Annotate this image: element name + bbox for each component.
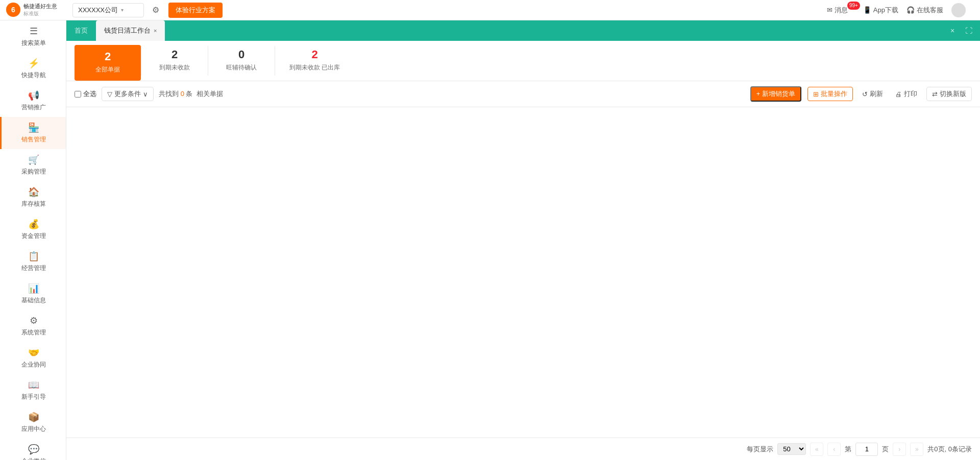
refresh-button[interactable]: ↺ 刷新 [859, 87, 886, 101]
sidebar-item-quick-nav[interactable]: ⚡ 快捷导航 [0, 53, 66, 85]
page-size-label: 每页显示 [747, 445, 773, 454]
tab-close-icon[interactable]: × [154, 28, 157, 34]
select-all-label: 全选 [83, 89, 96, 99]
sidebar-item-purchase[interactable]: 🛒 采购管理 [0, 149, 66, 181]
search-menu-icon: ☰ [30, 26, 38, 37]
page-prev-button[interactable]: ‹ [827, 443, 841, 456]
sales-icon: 🏪 [28, 122, 39, 133]
refresh-icon: ↺ [862, 90, 868, 98]
next-page-icon: › [898, 446, 900, 453]
filter-chevron-icon: ∨ [143, 90, 148, 98]
stats-row: 2 全部单据 2 到期未收款 0 旺辅待确认 2 到期未收款 已出库 [66, 41, 980, 81]
finance-icon: 💰 [28, 219, 39, 230]
stat-label-wangwang: 旺辅待确认 [226, 63, 257, 72]
trial-button[interactable]: 体验行业方案 [168, 3, 223, 18]
enterprise-wechat-icon: 💬 [28, 444, 39, 455]
sidebar-item-enterprise-wechat[interactable]: 💬 企业微信 [0, 439, 66, 460]
app-center-icon: 📦 [28, 411, 39, 423]
message-label: 消息 [835, 6, 848, 15]
total-info: 共找到 0 条 相关单据 [159, 89, 223, 99]
sidebar-label-sales: 销售管理 [21, 135, 46, 144]
filter-button[interactable]: ▽ 更多条件 ∨ [102, 87, 154, 101]
service-icon: 🎧 [906, 6, 915, 14]
online-service-label: 在线客服 [917, 6, 943, 15]
total-count: 0 [181, 90, 184, 98]
tab-home-label: 首页 [75, 26, 88, 35]
logo-area: 6 畅捷通好生意 标准版 [6, 3, 72, 17]
sidebar-item-search-menu[interactable]: ☰ 搜索菜单 [0, 20, 66, 53]
tab-close-window-button[interactable]: × [946, 25, 959, 37]
sidebar-item-newbie[interactable]: 📖 新手引导 [0, 374, 66, 406]
sidebar-item-system[interactable]: ⚙ 系统管理 [0, 310, 66, 342]
sidebar-item-app-center[interactable]: 📦 应用中心 [0, 406, 66, 439]
toolbar-right: + 新增销货单 ⊞ 批量操作 ↺ 刷新 🖨 打印 ⇄ [750, 86, 972, 102]
toolbar-left: 全选 ▽ 更多条件 ∨ 共找到 0 条 相关单据 [75, 87, 744, 101]
tab-home[interactable]: 首页 [66, 20, 96, 41]
first-page-icon: « [815, 446, 819, 453]
page-first-button[interactable]: « [810, 443, 823, 456]
stat-number-overdue: 2 [172, 48, 178, 61]
stat-label-overdue: 到期未收款 [159, 63, 190, 72]
print-label: 打印 [904, 89, 917, 99]
settings-button[interactable]: ⚙ [148, 3, 163, 18]
select-all-input[interactable] [75, 91, 81, 98]
last-page-icon: » [915, 446, 919, 453]
sidebar-label-quick-nav: 快捷导航 [21, 71, 46, 80]
header-right: ✉ 消息 99+ 📱 App下载 🎧 在线客服 [827, 3, 974, 17]
filter-icon: ▽ [107, 90, 112, 98]
tabs-actions: × ⛶ [946, 25, 980, 37]
sidebar-item-sales[interactable]: 🏪 销售管理 [0, 117, 66, 149]
sidebar-item-finance[interactable]: 💰 资金管理 [0, 213, 66, 246]
sidebar-item-marketing[interactable]: 📢 营销推广 [0, 85, 66, 117]
sidebar-label-purchase: 采购管理 [21, 167, 46, 176]
avatar[interactable] [951, 3, 966, 17]
page-next-button[interactable]: › [893, 443, 906, 456]
message-button[interactable]: ✉ 消息 99+ [827, 6, 855, 15]
message-badge: 99+ [847, 2, 860, 10]
sidebar-label-enterprise: 企业协同 [21, 360, 46, 369]
switch-version-button[interactable]: ⇄ 切换新版 [926, 87, 972, 101]
new-sale-button[interactable]: + 新增销货单 [750, 86, 801, 102]
print-button[interactable]: 🖨 打印 [892, 87, 920, 101]
newbie-icon: 📖 [28, 379, 39, 391]
batch-icon: ⊞ [813, 90, 819, 98]
close-icon: × [950, 27, 954, 35]
tab-workbench-label: 钱货日清工作台 [104, 26, 151, 35]
sidebar-item-operations[interactable]: 📋 经营管理 [0, 246, 66, 278]
company-name: XXXXXX公司 [78, 6, 118, 15]
toolbar: 全选 ▽ 更多条件 ∨ 共找到 0 条 相关单据 + 新增销货单 [66, 81, 980, 107]
sidebar-item-basic-info[interactable]: 📊 基础信息 [0, 278, 66, 310]
page-size-select[interactable]: 50 10 20 100 [777, 443, 806, 455]
logo-sub: 标准版 [23, 10, 57, 17]
sidebar-label-enterprise-wechat: 企业微信 [21, 457, 46, 460]
select-all-checkbox[interactable]: 全选 [75, 89, 96, 99]
sidebar-item-inventory[interactable]: 🏠 库存核算 [0, 181, 66, 213]
page-number-input[interactable] [855, 443, 878, 456]
batch-button[interactable]: ⊞ 批量操作 [807, 87, 853, 101]
refresh-label: 刷新 [870, 89, 883, 99]
switch-icon: ⇄ [932, 90, 938, 98]
stat-card-wangwang[interactable]: 0 旺辅待确认 [208, 41, 275, 81]
pagination-bar: 每页显示 50 10 20 100 « ‹ 第 页 › [66, 438, 980, 460]
sidebar-item-enterprise[interactable]: 🤝 企业协同 [0, 342, 66, 374]
page-text: 第 [845, 445, 851, 454]
stat-card-overdue[interactable]: 2 到期未收款 [141, 41, 208, 81]
content-area: 首页 钱货日清工作台 × × ⛶ 2 全部单据 [66, 20, 980, 460]
tab-workbench[interactable]: 钱货日清工作台 × [96, 20, 165, 41]
online-service-button[interactable]: 🎧 在线客服 [906, 6, 943, 15]
stat-number-not-shipped: 2 [312, 48, 318, 61]
stat-label-not-shipped: 到期未收款 已出库 [289, 63, 340, 72]
sidebar-label-marketing: 营销推广 [21, 103, 46, 112]
stat-card-not-shipped[interactable]: 2 到期未收款 已出库 [275, 41, 354, 81]
top-header: 6 畅捷通好生意 标准版 XXXXXX公司 ▾ ⚙ 体验行业方案 ✉ 消息 99… [0, 0, 980, 20]
page-last-button[interactable]: » [910, 443, 923, 456]
app-download-button[interactable]: 📱 App下载 [863, 6, 898, 15]
page-text-2: 页 [882, 445, 889, 454]
inventory-icon: 🏠 [28, 186, 39, 198]
stat-label-all: 全部单据 [95, 65, 120, 74]
prev-page-icon: ‹ [833, 446, 835, 453]
company-selector[interactable]: XXXXXX公司 ▾ [72, 3, 144, 17]
tab-maximize-button[interactable]: ⛶ [963, 25, 975, 37]
stat-card-all[interactable]: 2 全部单据 [75, 45, 141, 81]
sidebar-label-newbie: 新手引导 [21, 393, 46, 401]
